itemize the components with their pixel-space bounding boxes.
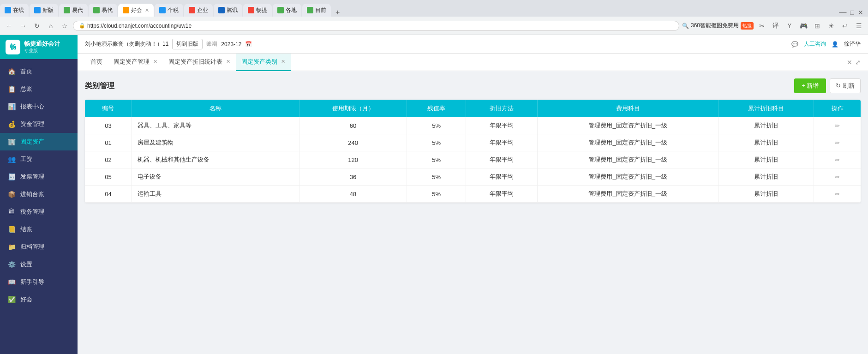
home-icon: 🏠 [7,67,16,76]
browser-tab-yidai1[interactable]: 易代 [59,4,88,17]
cell-action-1[interactable]: ✏ [814,134,861,151]
cell-months-4: 48 [299,186,407,203]
consult-label[interactable]: 人工咨询 [804,40,826,48]
sidebar-label-closing: 结账 [20,225,32,234]
consult-icon: 💬 [791,41,798,48]
tab-close-fixed-assets-category[interactable]: ✕ [281,59,285,65]
tab-maximize[interactable]: ⤢ [855,59,861,66]
sidebar-item-general-ledger[interactable]: 📋 总账 [0,80,78,98]
tab-fixed-assets-depreciation[interactable]: 固定资产折旧统计表 ✕ [163,54,236,71]
cell-months-3: 36 [299,168,407,186]
scissors-icon[interactable]: ✂ [756,20,767,31]
sidebar-item-home[interactable]: 🏠 首页 [0,63,78,80]
window-close[interactable]: ✕ [858,9,863,16]
cell-rate-1: 5% [407,134,466,151]
cell-action-4[interactable]: ✏ [814,186,861,203]
search-area: 🔍 360智能抠图免费用 热搜 [682,22,754,30]
sidebar-item-funds[interactable]: 💰 资金管理 [0,115,78,133]
user-avatar-icon: 👤 [832,41,838,48]
undo-icon[interactable]: ↩ [839,20,850,31]
cell-months-2: 120 [299,151,407,168]
browser-tab-muqian[interactable]: 目前 [302,4,331,17]
sidebar-item-invoice[interactable]: 🧾 发票管理 [0,168,78,186]
game-icon[interactable]: 🎮 [798,20,809,31]
sidebar-item-archive[interactable]: 📁 归档管理 [0,238,78,256]
tab-fixed-assets-category[interactable]: 固定资产类别 ✕ [236,54,291,71]
browser-tab-changti[interactable]: 畅提 [243,4,272,17]
refresh-button[interactable]: ↻ 刷新 [830,78,861,93]
browser-tab-qiye[interactable]: 企业 [184,4,213,17]
edit-icon-3[interactable]: ✏ [835,174,840,180]
window-min[interactable]: — [839,8,847,17]
cell-accum-2: 累计折旧 [718,151,814,168]
edit-icon-4[interactable]: ✏ [835,191,840,198]
switch-version-button[interactable]: 切到旧版 [172,39,203,49]
sidebar-item-reports[interactable]: 📊 报表中心 [0,98,78,115]
cell-accum-0: 累计折旧 [718,117,814,134]
browser-tab-bar: 在线 新版 易代 易代 好会 ✕ 个税 企业 腾讯 [0,0,868,17]
logo-sub: 专业版 [24,48,60,54]
back-button[interactable]: ← [4,20,15,31]
sidebar-item-closing[interactable]: 📒 结账 [0,221,78,238]
sidebar-item-settings[interactable]: ⚙️ 设置 [0,256,78,273]
window-max[interactable]: □ [850,9,854,16]
sidebar-item-payroll[interactable]: 👥 工资 [0,150,78,168]
logo-icon: 畅 [6,40,20,54]
forward-button[interactable]: → [18,20,29,31]
brightness-icon[interactable]: ☀ [826,20,837,31]
cell-code-2: 02 [85,151,132,168]
tab-home[interactable]: 首页 [85,54,108,71]
browser-tab-close-haohui[interactable]: ✕ [145,7,149,13]
browser-tab-yidai2[interactable]: 易代 [89,4,117,17]
wallet-icon[interactable]: ¥ [784,20,795,31]
tab-fullscreen-close[interactable]: ✕ [847,59,852,66]
sidebar-item-fixed-assets[interactable]: 🏢 固定资产 [0,133,78,150]
browser-tab-zaixin[interactable]: 在线 [0,4,29,17]
bookmark-button[interactable]: ☆ [59,20,70,31]
url-input[interactable]: 🔒 https://cloud.chanjet.com/accounting/u… [73,21,679,31]
app-wrapper: 畅 畅捷通好会计 专业版 🏠 首页 📋 总账 📊 报表中心 💰 资金管 [0,35,868,354]
browser-tab-xinban[interactable]: 新版 [30,4,58,17]
edit-icon-2[interactable]: ✏ [835,156,840,163]
translate-icon[interactable]: 译 [770,20,781,31]
sidebar: 畅 畅捷通好会计 专业版 🏠 首页 📋 总账 📊 报表中心 💰 资金管 [0,35,78,354]
cell-method-2: 年限平均 [466,151,538,168]
browser-tab-tengxun[interactable]: 腾讯 [214,4,242,17]
menu-icon[interactable]: ☰ [853,20,864,31]
grid-icon[interactable]: ⊞ [812,20,823,31]
calendar-icon[interactable]: 📅 [245,41,252,48]
tab-close-fixed-assets-depreciation[interactable]: ✕ [226,59,230,65]
sidebar-logo: 畅 畅捷通好会计 专业版 [0,35,78,59]
sidebar-item-tax[interactable]: 🏛 税务管理 [0,203,78,221]
cell-action-2[interactable]: ✏ [814,151,861,168]
cell-rate-0: 5% [407,117,466,134]
sidebar-item-haohui[interactable]: ✅ 好会 [0,291,78,308]
edit-icon-0[interactable]: ✏ [835,122,840,129]
tab-close-fixed-assets-management[interactable]: ✕ [153,59,157,65]
address-bar: ← → ↻ ⌂ ☆ 🔒 https://cloud.chanjet.com/ac… [0,17,868,35]
settings-icon: ⚙️ [7,260,16,269]
browser-tab-haohui[interactable]: 好会 ✕ [118,4,154,17]
sidebar-item-guide[interactable]: 📖 新手引导 [0,273,78,291]
cell-accum-1: 累计折旧 [718,134,814,151]
tax-icon: 🏛 [7,208,16,216]
cell-action-3[interactable]: ✏ [814,168,861,186]
cell-expense-1: 管理费用_固定资产折旧_一级 [537,134,718,151]
cell-action-0[interactable]: ✏ [814,117,861,134]
col-header-expense: 费用科目 [537,100,718,117]
tab-fixed-assets-management[interactable]: 固定资产管理 ✕ [108,54,163,71]
sidebar-label-funds: 资金管理 [20,120,44,128]
page-body: 类别管理 + 新增 ↻ 刷新 编号 名称 使用期限（月） 残值率 折旧方法 费用… [78,71,868,354]
reload-button[interactable]: ↻ [31,20,42,31]
sidebar-label-inventory: 进销台账 [20,190,44,198]
sidebar-item-inventory[interactable]: 📦 进销台账 [0,186,78,203]
home-button[interactable]: ⌂ [45,20,56,31]
add-category-button[interactable]: + 新增 [794,78,826,93]
browser-tab-geshui[interactable]: 个税 [155,4,183,17]
logo-text: 畅捷通好会计 [24,40,60,48]
sidebar-label-tax: 税务管理 [20,208,44,216]
edit-icon-1[interactable]: ✏ [835,139,840,146]
new-tab-button[interactable]: + [332,8,343,17]
browser-tab-gedi[interactable]: 各地 [273,4,301,17]
sidebar-label-guide: 新手引导 [20,278,44,286]
